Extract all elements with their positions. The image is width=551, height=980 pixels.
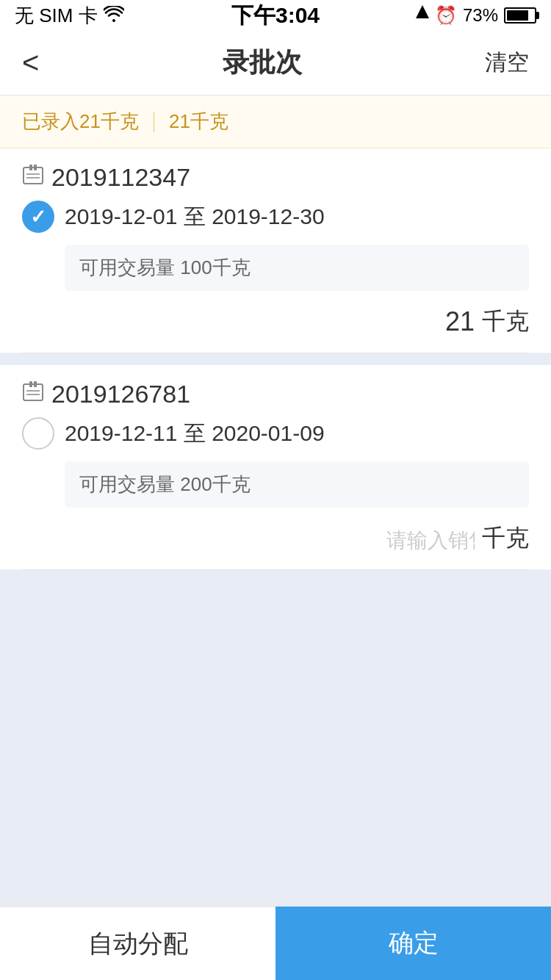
battery-icon xyxy=(504,7,536,24)
nav-bar: < 录批次 清空 xyxy=(0,31,551,96)
quantity-input-1[interactable] xyxy=(386,306,475,337)
available-box-1: 可用交易量 100千克 xyxy=(65,245,529,291)
quantity-unit-2: 千克 xyxy=(482,522,529,555)
quantity-input-2[interactable] xyxy=(386,523,475,554)
batch-date-2: 2019-12-11 至 2020-01-09 xyxy=(65,419,325,449)
batch-radio-1[interactable] xyxy=(22,201,54,233)
section-divider xyxy=(0,353,551,365)
bottom-bar: 自动分配 确定 xyxy=(0,907,551,980)
svg-rect-0 xyxy=(24,167,43,184)
status-time: 下午3:04 xyxy=(231,1,320,31)
quantity-row-2: 千克 xyxy=(0,508,551,569)
batch-date-row-1: 2019-12-01 至 2019-12-30 xyxy=(22,201,529,233)
confirm-button[interactable]: 确定 xyxy=(276,907,551,980)
batch-header-1: 2019112347 xyxy=(22,163,529,192)
carrier-text: 无 SIM 卡 xyxy=(15,3,98,29)
batch-date-row-2: 2019-12-11 至 2020-01-09 xyxy=(22,417,529,450)
status-left: 无 SIM 卡 xyxy=(15,3,124,29)
batch-icon-1 xyxy=(22,164,44,191)
clear-button[interactable]: 清空 xyxy=(485,48,529,78)
available-box-2: 可用交易量 200千克 xyxy=(65,461,529,508)
location-icon xyxy=(416,5,429,26)
battery-fill xyxy=(507,10,528,21)
empty-space xyxy=(0,570,551,923)
recorded-value: 21千克 xyxy=(169,109,228,134)
wifi-icon xyxy=(104,4,124,27)
batch-item-2: 2019126781 2019-12-11 至 2020-01-09 可用交易量… xyxy=(0,365,551,508)
batch-header-2: 2019126781 xyxy=(22,380,529,408)
svg-rect-2 xyxy=(34,165,37,170)
alarm-icon: ⏰ xyxy=(435,5,457,26)
info-banner: 已录入21千克 21千克 xyxy=(0,96,551,148)
auto-distribute-button[interactable]: 自动分配 xyxy=(0,907,276,980)
quantity-unit-1: 千克 xyxy=(482,306,529,338)
batch-date-1: 2019-12-01 至 2019-12-30 xyxy=(65,202,325,232)
status-right: ⏰ 73% xyxy=(416,5,536,26)
battery-percent: 73% xyxy=(463,5,498,26)
status-bar: 无 SIM 卡 下午3:04 ⏰ 73% xyxy=(0,0,551,31)
info-divider xyxy=(154,112,154,132)
recorded-label: 已录入21千克 xyxy=(22,109,139,134)
svg-rect-5 xyxy=(24,384,43,400)
batch-number-2: 2019126781 xyxy=(51,380,190,408)
quantity-row-1: 千克 xyxy=(0,291,551,353)
batch-icon-2 xyxy=(22,381,44,408)
svg-rect-7 xyxy=(34,381,37,387)
back-button[interactable]: < xyxy=(22,46,39,79)
svg-rect-6 xyxy=(29,381,32,387)
batch-radio-2[interactable] xyxy=(22,417,54,450)
page-title: 录批次 xyxy=(223,45,302,81)
svg-rect-1 xyxy=(29,165,32,170)
batch-item-1: 2019112347 2019-12-01 至 2019-12-30 可用交易量… xyxy=(0,148,551,291)
batch-number-1: 2019112347 xyxy=(51,163,190,192)
